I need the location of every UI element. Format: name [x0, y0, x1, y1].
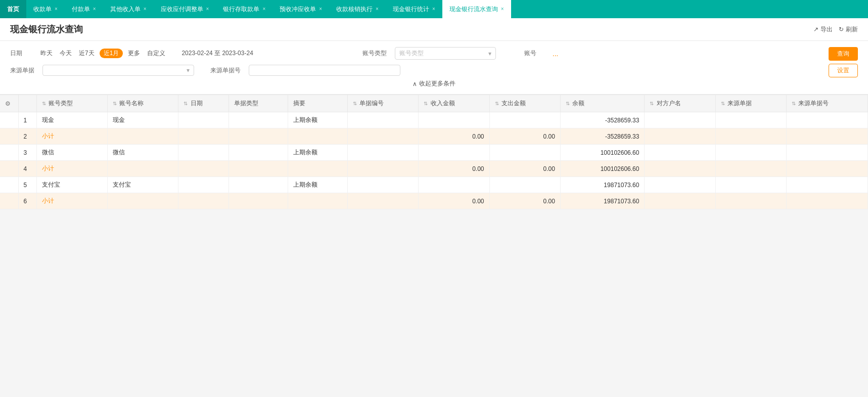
nav-tab-receipt[interactable]: 收款单 × [26, 0, 65, 18]
row-cell [787, 112, 868, 128]
col-source-doc-no[interactable]: ⇅ 来源单据号 [787, 95, 868, 112]
sort-icon: ⇅ [113, 101, 118, 106]
row-cell [489, 112, 560, 128]
table-row: 5支付宝支付宝上期余额19871073.60 [0, 177, 868, 193]
col-doc-type: 单据类型 [229, 95, 288, 112]
row-cell: 支付宝 [36, 177, 107, 193]
nav-tab-cash-bank-stats[interactable]: 现金银行统计 × [386, 0, 442, 18]
row-cell [787, 193, 868, 209]
nav-tab-ar-ap-adjust[interactable]: 应收应付调整单 × [154, 0, 216, 18]
sort-icon: ⇅ [184, 101, 189, 106]
date-filter-label: 日期 [10, 49, 30, 58]
col-account-name[interactable]: ⇅ 账号名称 [107, 95, 178, 112]
close-icon[interactable]: × [376, 0, 379, 18]
row-cell: 现金 [36, 112, 107, 128]
refresh-button[interactable]: ↻ 刷新 [839, 25, 858, 34]
nav-tab-bank-deposit[interactable]: 银行存取款单 × [216, 0, 272, 18]
row-cell [715, 128, 786, 145]
row-cell [419, 145, 489, 161]
col-expense[interactable]: ⇅ 支出金额 [489, 95, 560, 112]
col-doc-no[interactable]: ⇅ 单据编号 [347, 95, 418, 112]
row-cell [178, 177, 229, 193]
date-7days[interactable]: 近7天 [77, 49, 97, 58]
row-seq: 1 [18, 112, 36, 128]
row-cell: 微信 [36, 145, 107, 161]
row-cell: 100102606.60 [560, 145, 645, 161]
nav-tab-payment[interactable]: 付款单 × [65, 0, 103, 18]
close-icon[interactable]: × [262, 0, 265, 18]
row-cell: 上期余额 [288, 177, 348, 193]
collapse-filter-button[interactable]: ∧ 收起更多条件 [10, 77, 858, 88]
close-icon[interactable]: × [432, 0, 435, 18]
nav-home[interactable]: 首页 [0, 0, 26, 18]
close-icon[interactable]: × [93, 0, 96, 18]
row-cell: 上期余额 [288, 145, 348, 161]
page-header: 现金银行流水查询 ↗ 导出 ↻ 刷新 [0, 18, 868, 41]
row-cell [107, 161, 178, 177]
close-icon[interactable]: × [144, 0, 147, 18]
row-cell [645, 112, 715, 128]
settings-button[interactable]: 设置 [829, 64, 858, 77]
row-cell: -3528659.33 [560, 128, 645, 145]
row-cell [229, 193, 288, 209]
row-cell [347, 128, 418, 145]
col-date[interactable]: ⇅ 日期 [178, 95, 229, 112]
row-cell: -3528659.33 [560, 112, 645, 128]
row-seq: 4 [18, 161, 36, 177]
row-cell [489, 145, 560, 161]
col-counterparty[interactable]: ⇅ 对方户名 [645, 95, 715, 112]
row-cell [229, 128, 288, 145]
source-doc-select[interactable]: ▾ [42, 65, 194, 76]
col-income[interactable]: ⇅ 收入金额 [419, 95, 489, 112]
source-doc-no-input[interactable] [249, 65, 400, 76]
row-cell [107, 193, 178, 209]
date-yesterday[interactable]: 昨天 [38, 49, 55, 58]
row-cell [419, 112, 489, 128]
row-cell [645, 145, 715, 161]
account-dots-button[interactable]: ... [553, 50, 559, 58]
account-type-select[interactable]: 账号类型 ▾ [395, 47, 496, 60]
col-source-doc[interactable]: ⇅ 来源单据 [715, 95, 786, 112]
chevron-down-icon: ▾ [488, 50, 491, 57]
nav-tab-cash-bank-flow[interactable]: 现金银行流水查询 × [442, 0, 511, 18]
date-today[interactable]: 今天 [58, 49, 74, 58]
nav-tab-other-income[interactable]: 其他收入单 × [103, 0, 154, 18]
date-custom[interactable]: 自定义 [145, 49, 167, 58]
export-button[interactable]: ↗ 导出 [813, 25, 833, 34]
sort-icon: ⇅ [42, 101, 47, 106]
col-account-type[interactable]: ⇅ 账号类型 [36, 95, 107, 112]
row-cell [715, 193, 786, 209]
filter-area: 日期 昨天 今天 近7天 近1月 更多 自定义 2023-02-24 至 202… [0, 41, 868, 95]
row-seq: 2 [18, 128, 36, 145]
query-button[interactable]: 查询 [829, 47, 858, 61]
row-cell [347, 161, 418, 177]
sort-icon: ⇅ [721, 101, 726, 106]
row-gear-cell [0, 193, 18, 209]
close-icon[interactable]: × [501, 0, 504, 18]
col-balance[interactable]: ⇅ 余额 [560, 95, 645, 112]
row-cell [715, 145, 786, 161]
nav-tab-prepayment[interactable]: 预收冲应收单 × [272, 0, 329, 18]
row-cell [347, 177, 418, 193]
row-cell: 0.00 [489, 193, 560, 209]
nav-tab-collection-exec[interactable]: 收款核销执行 × [329, 0, 386, 18]
row-gear-cell [0, 145, 18, 161]
header-actions: ↗ 导出 ↻ 刷新 [813, 25, 858, 34]
row-cell [178, 161, 229, 177]
row-cell: 现金 [107, 112, 178, 128]
row-cell [229, 177, 288, 193]
date-1month[interactable]: 近1月 [100, 49, 123, 58]
close-icon[interactable]: × [319, 0, 322, 18]
row-cell [645, 161, 715, 177]
sort-icon: ⇅ [495, 101, 500, 106]
col-gear[interactable]: ⚙ [0, 95, 18, 112]
close-icon[interactable]: × [206, 0, 209, 18]
col-summary: 摘要 [288, 95, 348, 112]
row-gear-cell [0, 128, 18, 145]
row-cell: 小计 [36, 193, 107, 209]
close-icon[interactable]: × [55, 0, 58, 18]
col-seq [18, 95, 36, 112]
account-type-label: 账号类型 [362, 49, 387, 58]
filter-actions: 查询 设置 [829, 47, 858, 77]
date-more[interactable]: 更多 [126, 49, 142, 58]
